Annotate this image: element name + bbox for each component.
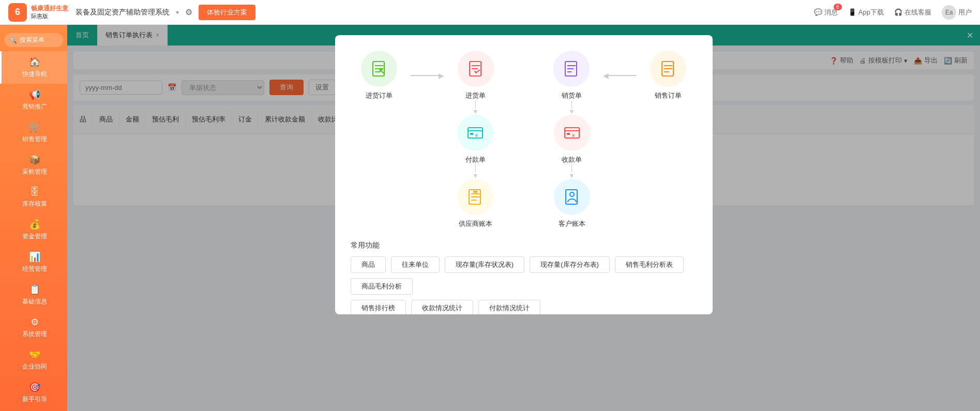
sidebar-item-basic-info[interactable]: 📋 基础信息: [0, 279, 67, 311]
arrow-h-2: ◀: [600, 71, 639, 80]
settings-icon[interactable]: ⚙: [185, 7, 192, 17]
supplier-account-icon: [466, 188, 485, 206]
v-arrow-payment-in: ▼: [543, 164, 601, 179]
payment-in-circle: ¥: [554, 115, 590, 151]
func-btn-销售毛利分析表[interactable]: 销售毛利分析表: [615, 256, 684, 273]
logo-line1: 畅康通好生意: [31, 5, 68, 13]
v-arrow-sales: ▼: [543, 100, 601, 115]
avatar: Ea: [942, 5, 956, 20]
flow-node-purchase-order[interactable]: 进货订单: [351, 51, 408, 100]
sales-label: 销货单: [562, 91, 582, 100]
func-btn-销售排行榜[interactable]: 销售排行榜: [351, 300, 406, 314]
v-arrow-payment-out: ▼: [447, 164, 505, 179]
svg-rect-17: [470, 133, 473, 135]
flow-arrows-v: ▼ ▼: [351, 100, 697, 115]
svg-text:¥: ¥: [571, 133, 575, 138]
flow-row-2: ¥ 付款单 ¥ 收款单: [351, 115, 697, 164]
inventory-icon: 🗄: [30, 187, 39, 197]
sales-order-icon: [659, 59, 677, 78]
sidebar-item-sales[interactable]: 🛒 销售管理: [0, 116, 67, 149]
func-btns-row2: 销售排行榜收款情况统计付款情况统计: [351, 300, 697, 314]
modal-overlay: 进货订单 ▶: [67, 25, 980, 411]
svg-rect-27: [473, 191, 477, 193]
flow-arrows-v2: ▼ ▼: [351, 164, 697, 179]
payment-in-label: 收款单: [562, 155, 582, 164]
sales-circle: [553, 51, 590, 87]
header-right: 💬 消息 6 📱 App下载 🎧 在线客服 Ea 用户: [814, 5, 972, 20]
func-btn-收款情况统计[interactable]: 收款情况统计: [411, 300, 473, 314]
sidebar-item-newbie[interactable]: 🎯 新手引导: [0, 376, 67, 409]
phone-icon: 📱: [848, 8, 856, 16]
search-icon: 🔍: [9, 37, 17, 44]
svg-point-29: [570, 192, 574, 196]
sidebar-item-finance[interactable]: 💰 资金管理: [0, 214, 67, 246]
user-menu[interactable]: Ea 用户: [942, 5, 972, 20]
flow-diagram: 进货订单 ▶: [351, 51, 697, 229]
func-btn-往来单位[interactable]: 往来单位: [391, 256, 440, 273]
purchase-order-circle: [361, 51, 397, 87]
system-icon: ⚙: [31, 316, 39, 328]
flow-row-1: 进货订单 ▶: [351, 51, 697, 100]
online-service-button[interactable]: 🎧 在线客服: [894, 8, 931, 17]
basic-info-icon: 📋: [29, 284, 40, 295]
message-badge: 6: [834, 4, 842, 10]
logo-icon: 6: [8, 3, 27, 22]
sidebar-item-inventory[interactable]: 🗄 库存核算: [0, 181, 67, 214]
flow-node-sales-order[interactable]: 销售订单: [639, 51, 697, 100]
func-btn-商品[interactable]: 商品: [351, 256, 386, 273]
trial-button[interactable]: 体验行业方案: [199, 5, 255, 20]
sidebar-item-system[interactable]: ⚙ 系统管理: [0, 311, 67, 344]
func-btn-现存量(库存分布表)[interactable]: 现存量(库存分布表): [530, 256, 610, 273]
message-button[interactable]: 💬 消息 6: [814, 8, 838, 17]
app-download-button[interactable]: 📱 App下载: [848, 8, 884, 17]
purchase-circle: [458, 51, 494, 87]
purchase-order-label: 进货订单: [366, 91, 393, 100]
func-btn-商品毛利分析[interactable]: 商品毛利分析: [351, 278, 413, 295]
svg-rect-21: [567, 133, 570, 135]
flow-node-supplier-account[interactable]: 供应商账本: [447, 179, 505, 229]
payment-out-label: 付款单: [465, 155, 486, 164]
sales-order-circle: [650, 51, 686, 87]
sales-order-label: 销售订单: [655, 91, 682, 100]
arrow-left-icon: ◀: [603, 71, 609, 80]
arrow-h-1: ▶: [408, 71, 447, 80]
headset-icon: 🎧: [894, 8, 902, 16]
common-functions-title: 常用功能: [351, 241, 697, 250]
flow-node-payment-in[interactable]: ¥ 收款单: [543, 115, 601, 164]
flow-node-sales[interactable]: 销货单: [543, 51, 600, 100]
v-arrow-purchase: ▼: [447, 100, 505, 115]
sidebar: 🔍 搜索菜单 🏠 快捷导航 📢 营销推广 🛒 销售管理 📦 采购管理 🗄 库存核…: [0, 25, 67, 411]
func-btn-付款情况统计[interactable]: 付款情况统计: [478, 300, 540, 314]
common-functions: 常用功能 商品往来单位现存量(库存状况表)现存量(库存分布表)销售毛利分析表商品…: [351, 241, 697, 314]
logo-text: 畅康通好生意 际惠版: [31, 5, 68, 20]
finance-icon: 💰: [29, 219, 40, 230]
arrow-right-icon: ▶: [439, 71, 444, 80]
purchase-label: 进货单: [465, 91, 486, 100]
sidebar-item-operation[interactable]: 📊 经营管理: [0, 246, 67, 279]
dropdown-arrow-icon[interactable]: ▾: [176, 9, 179, 16]
purchase-icon: 📦: [29, 154, 40, 165]
sidebar-item-quick-guide[interactable]: 🏠 快捷导航: [0, 51, 67, 84]
top-header: 6 畅康通好生意 际惠版 装备及固定资产辅助管理系统 ▾ ⚙ 体验行业方案 💬 …: [0, 0, 980, 25]
search-menu-button[interactable]: 🔍 搜索菜单: [4, 33, 63, 47]
customer-account-label: 客户账本: [559, 219, 585, 229]
operation-icon: 📊: [29, 251, 40, 263]
sidebar-item-purchase[interactable]: 📦 采购管理: [0, 149, 67, 181]
func-btn-现存量(库存状况表)[interactable]: 现存量(库存状况表): [445, 256, 525, 273]
flow-node-customer-account[interactable]: 客户账本: [543, 179, 601, 229]
supplier-account-label: 供应商账本: [459, 219, 492, 229]
logo-area: 6 畅康通好生意 际惠版: [8, 3, 76, 22]
sales-icon: 🛒: [29, 121, 40, 133]
flow-node-payment-out[interactable]: ¥ 付款单: [447, 115, 505, 164]
sales-icon: [562, 59, 581, 78]
purchase-order-icon: [370, 59, 388, 78]
sidebar-item-enterprise[interactable]: 🤝 企业协同: [0, 344, 67, 376]
marketing-icon: 📢: [29, 89, 40, 100]
payment-out-circle: ¥: [457, 115, 493, 151]
header-middle: 装备及固定资产辅助管理系统 ▾ ⚙ 体验行业方案: [76, 5, 814, 20]
flow-node-purchase[interactable]: 进货单: [447, 51, 504, 100]
svg-text:¥: ¥: [475, 133, 478, 138]
home-icon: 🏠: [29, 56, 40, 68]
message-icon: 💬: [814, 8, 822, 16]
sidebar-item-marketing[interactable]: 📢 营销推广: [0, 84, 67, 116]
